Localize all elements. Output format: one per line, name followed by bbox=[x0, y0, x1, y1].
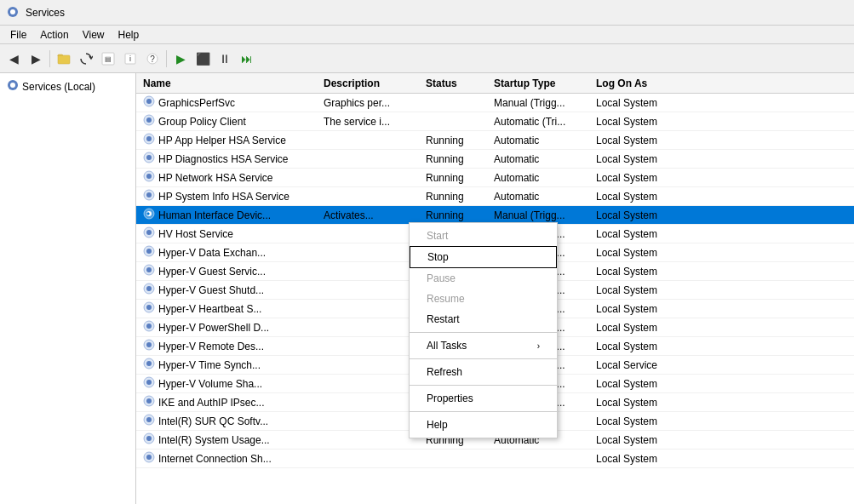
col-header-logon[interactable]: Log On As bbox=[596, 77, 698, 89]
service-icon bbox=[143, 283, 155, 297]
service-icon bbox=[143, 414, 155, 428]
service-startup: Automatic bbox=[494, 153, 596, 165]
ctx-item-label: Stop bbox=[427, 251, 449, 263]
service-logon: Local System bbox=[596, 228, 698, 240]
service-logon: Local System bbox=[596, 116, 698, 128]
ctx-item-label: Resume bbox=[427, 293, 465, 305]
service-name: Intel(R) System Usage... bbox=[158, 434, 270, 446]
service-icon bbox=[143, 339, 155, 353]
service-status: Running bbox=[426, 209, 494, 221]
title-bar: Services bbox=[0, 0, 854, 26]
service-icon bbox=[143, 301, 155, 316]
service-icon bbox=[143, 432, 155, 447]
service-name: Hyper-V Guest Servic... bbox=[158, 266, 266, 278]
service-name: Hyper-V Volume Sha... bbox=[158, 378, 262, 390]
main-area: Services (Local) Name Description Status… bbox=[0, 73, 854, 504]
service-logon: Local System bbox=[596, 172, 698, 184]
forward-button[interactable]: ▶ bbox=[26, 49, 46, 69]
service-row[interactable]: HP Diagnostics HSA Service Running Autom… bbox=[136, 150, 854, 169]
context-menu-item-refresh[interactable]: Refresh bbox=[410, 362, 557, 382]
ctx-item-label: Refresh bbox=[427, 366, 462, 378]
service-desc: Activates... bbox=[324, 209, 426, 221]
toolbar-sep-2 bbox=[166, 50, 167, 67]
service-status: Running bbox=[426, 153, 494, 165]
context-menu-item-start: Start bbox=[410, 226, 557, 246]
service-row[interactable]: Group Policy Client The service i... Aut… bbox=[136, 112, 854, 131]
service-name: HP Network HSA Service bbox=[158, 172, 273, 184]
service-logon: Local System bbox=[596, 284, 698, 296]
service-logon: Local System bbox=[596, 378, 698, 390]
context-menu-item-stop[interactable]: Stop bbox=[410, 246, 557, 268]
context-menu-separator bbox=[410, 411, 557, 412]
service-name: Intel(R) SUR QC Softv... bbox=[158, 415, 268, 427]
service-logon: Local System bbox=[596, 191, 698, 203]
app-icon bbox=[7, 6, 20, 20]
service-startup: Automatic bbox=[494, 191, 596, 203]
back-button[interactable]: ◀ bbox=[3, 49, 24, 69]
run-button[interactable]: ▶ bbox=[170, 49, 191, 69]
services-panel: Name Description Status Startup Type Log… bbox=[136, 73, 854, 504]
service-name: HP Diagnostics HSA Service bbox=[158, 153, 289, 165]
service-icon bbox=[143, 152, 155, 166]
col-header-status[interactable]: Status bbox=[426, 77, 494, 89]
services-local-icon bbox=[7, 79, 19, 94]
service-name: GraphicsPerfSvc bbox=[158, 97, 235, 109]
col-header-name[interactable]: Name bbox=[136, 77, 324, 89]
menu-action[interactable]: Action bbox=[33, 27, 75, 43]
service-startup: Manual (Trigg... bbox=[494, 97, 596, 109]
service-row[interactable]: HP App Helper HSA Service Running Automa… bbox=[136, 131, 854, 150]
service-row[interactable]: HP System Info HSA Service Running Autom… bbox=[136, 187, 854, 206]
service-icon bbox=[143, 320, 155, 335]
pause-button[interactable]: ⏸ bbox=[215, 49, 235, 69]
svg-point-10 bbox=[10, 83, 15, 88]
service-name: Hyper-V Heartbeat S... bbox=[158, 303, 261, 315]
col-header-startup[interactable]: Startup Type bbox=[494, 77, 596, 89]
service-logon: Local System bbox=[596, 453, 698, 465]
service-startup: Automatic (Tri... bbox=[494, 116, 596, 128]
menu-view[interactable]: View bbox=[76, 27, 112, 43]
col-header-desc[interactable]: Description bbox=[324, 77, 426, 89]
service-row[interactable]: Internet Connection Sh... Local System bbox=[136, 450, 854, 468]
services-local-item[interactable]: Services (Local) bbox=[3, 77, 132, 96]
export-button[interactable]: ▤ bbox=[98, 49, 118, 69]
service-name: Hyper-V Remote Des... bbox=[158, 341, 264, 352]
resume-button[interactable]: ⏭ bbox=[237, 49, 257, 69]
service-row[interactable]: GraphicsPerfSvc Graphics per... Manual (… bbox=[136, 94, 854, 112]
service-name: HP System Info HSA Service bbox=[158, 191, 289, 203]
svg-text:?: ? bbox=[150, 54, 155, 64]
service-name: IKE and AuthIP IPsec... bbox=[158, 397, 265, 409]
toolbar: ◀ ▶ ▤ i ? ▶ ⬛ ⏸ ⏭ bbox=[0, 44, 854, 73]
context-menu-item-resume: Resume bbox=[410, 289, 557, 309]
context-menu-item-properties[interactable]: Properties bbox=[410, 388, 557, 409]
service-startup: Automatic bbox=[494, 135, 596, 146]
service-icon bbox=[143, 189, 155, 203]
svg-rect-2 bbox=[58, 55, 70, 64]
service-icon bbox=[143, 451, 155, 466]
service-logon: Local System bbox=[596, 135, 698, 146]
refresh-button[interactable] bbox=[76, 49, 96, 69]
context-menu-separator bbox=[410, 385, 557, 386]
service-logon: Local System bbox=[596, 434, 698, 446]
context-menu-item-all-tasks[interactable]: All Tasks› bbox=[410, 335, 557, 356]
properties2-button[interactable]: i bbox=[120, 49, 140, 69]
service-name: Group Policy Client bbox=[158, 116, 246, 128]
table-header: Name Description Status Startup Type Log… bbox=[136, 73, 854, 94]
stop-button[interactable]: ⬛ bbox=[192, 49, 213, 69]
context-menu: StartStopPauseResumeRestartAll Tasks›Ref… bbox=[409, 222, 558, 438]
svg-text:▤: ▤ bbox=[105, 55, 112, 63]
service-desc: The service i... bbox=[324, 116, 426, 128]
context-menu-item-pause: Pause bbox=[410, 268, 557, 289]
menu-help[interactable]: Help bbox=[112, 27, 146, 43]
service-status: Running bbox=[426, 135, 494, 146]
menu-file[interactable]: File bbox=[3, 27, 33, 43]
context-menu-item-restart[interactable]: Restart bbox=[410, 309, 557, 329]
folder-button[interactable] bbox=[54, 49, 74, 69]
service-name: Internet Connection Sh... bbox=[158, 453, 272, 465]
context-menu-item-help[interactable]: Help bbox=[410, 415, 557, 435]
svg-text:i: i bbox=[129, 54, 131, 63]
service-logon: Local System bbox=[596, 209, 698, 221]
service-row[interactable]: HP Network HSA Service Running Automatic… bbox=[136, 169, 854, 187]
ctx-item-label: Pause bbox=[427, 272, 456, 284]
service-icon bbox=[143, 395, 155, 410]
help2-button[interactable]: ? bbox=[142, 49, 163, 69]
